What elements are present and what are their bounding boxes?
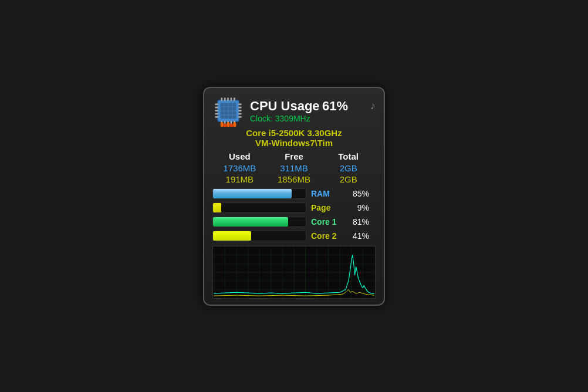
mem-header-row: Used Free Total	[212, 150, 376, 163]
svg-rect-20	[215, 110, 218, 111]
svg-point-31	[230, 123, 233, 126]
svg-rect-26	[238, 113, 241, 114]
svg-rect-21	[215, 113, 218, 114]
bars-section: RAM 85% Page 9% Core 1 81% Core 2 41%	[212, 188, 376, 241]
svg-rect-23	[238, 103, 241, 105]
core1-label: Core 1	[311, 217, 343, 227]
svg-rect-25	[238, 110, 241, 111]
bar-row-ram: RAM 85%	[212, 188, 376, 199]
svg-rect-18	[215, 103, 218, 105]
ram-pct: 85%	[348, 189, 369, 198]
core2-pct: 41%	[348, 231, 369, 241]
core1-bar-track	[212, 217, 306, 227]
page-bar-fill	[213, 203, 221, 212]
svg-point-30	[227, 121, 229, 126]
svg-rect-8	[221, 97, 222, 100]
mem-row1-total: 2GB	[322, 163, 376, 173]
mem-row1-free: 311MB	[267, 163, 321, 173]
ram-bar-fill	[213, 189, 292, 198]
ram-label: RAM	[311, 189, 343, 198]
page-label: Page	[311, 203, 343, 212]
core2-label: Core 2	[311, 231, 343, 241]
sub-info: Core i5-2500K 3.30GHz VM-Windows7\Tim	[212, 128, 376, 148]
bar-row-page: Page 9%	[212, 202, 376, 213]
header-right: CPU Usage 61% Clock: 3309MHz ♪	[250, 99, 376, 123]
svg-rect-24	[238, 106, 241, 108]
col-used: Used	[212, 151, 266, 161]
memory-table: Used Free Total 1736MB 311MB 2GB 191MB 1…	[212, 150, 376, 185]
music-icon: ♪	[370, 100, 376, 112]
clock-line: Clock: 3309MHz	[250, 114, 376, 123]
graph-grid-svg	[213, 246, 375, 298]
page-pct: 9%	[348, 203, 369, 212]
svg-rect-11	[231, 97, 232, 100]
cpu-widget: CPU Usage 61% Clock: 3309MHz ♪ Core i5-2…	[203, 87, 385, 306]
cpu-title: CPU Usage	[250, 99, 320, 113]
cpu-icon	[212, 95, 244, 127]
mem-row2-free: 1856MB	[267, 174, 321, 184]
mem-row1-used: 1736MB	[212, 163, 266, 173]
core1-pct: 81%	[348, 217, 369, 227]
svg-rect-10	[227, 97, 229, 100]
svg-rect-19	[215, 106, 218, 108]
svg-point-28	[221, 121, 224, 126]
cpu-graph	[212, 246, 376, 299]
cpu-usage-percent: 61%	[322, 99, 348, 113]
mem-row2-used: 191MB	[212, 174, 266, 184]
svg-point-29	[224, 123, 227, 126]
mem-row2-total: 2GB	[322, 174, 376, 184]
mem-row-1: 1736MB 311MB 2GB	[212, 163, 376, 174]
core2-bar-track	[212, 231, 306, 241]
ram-bar-track	[212, 188, 306, 199]
svg-point-32	[233, 121, 236, 126]
processor-label: Core i5-2500K 3.30GHz	[212, 128, 376, 138]
col-total: Total	[322, 151, 376, 161]
bar-row-core1: Core 1 81%	[212, 217, 376, 227]
svg-rect-22	[215, 116, 218, 118]
core2-bar-fill	[213, 231, 251, 241]
svg-rect-9	[224, 97, 226, 100]
bar-row-core2: Core 2 41%	[212, 231, 376, 241]
cpu-title-line: CPU Usage 61%	[250, 99, 376, 114]
svg-rect-27	[238, 116, 241, 118]
page-bar-track	[212, 202, 306, 213]
core1-bar-fill	[213, 217, 288, 227]
col-free: Free	[267, 151, 321, 161]
header: CPU Usage 61% Clock: 3309MHz ♪	[212, 95, 376, 127]
mem-row-2: 191MB 1856MB 2GB	[212, 174, 376, 185]
vm-user-label: VM-Windows7\Tim	[212, 138, 376, 148]
svg-rect-12	[234, 97, 235, 100]
